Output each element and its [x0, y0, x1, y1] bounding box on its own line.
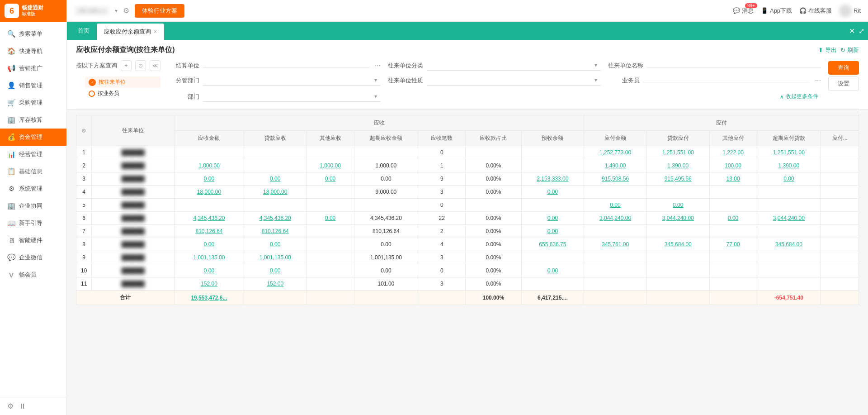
collapse-sidebar-icon[interactable]: ⏸ — [19, 402, 26, 410]
tab-receivable[interactable]: 应收应付余额查询 × — [97, 24, 164, 40]
table-cell[interactable]: 13.00 — [709, 172, 757, 186]
table-cell[interactable]: 0.00 — [521, 225, 584, 238]
table-cell[interactable]: 810,126.64 — [175, 225, 244, 238]
table-cell[interactable]: 3,044,240.00 — [757, 212, 821, 225]
table-cell[interactable]: 4,345,436.20 — [244, 212, 307, 225]
sidebar-item-hardware[interactable]: 🖥 智能硬件 — [0, 232, 66, 249]
table-cell[interactable]: 1,490.00 — [584, 159, 647, 172]
table-cell[interactable]: 1,390.00 — [757, 159, 821, 172]
dept-select[interactable]: ▾ — [203, 91, 381, 102]
sidebar-item-marketing[interactable]: 📢 营销推广 — [0, 60, 66, 77]
solution-button[interactable]: 体验行业方案 — [135, 4, 184, 18]
topbar-gear-icon[interactable]: ⚙ — [123, 6, 129, 15]
notification-item[interactable]: 💬 消息 99+ — [733, 7, 754, 15]
table-cell[interactable]: 0.00 — [521, 264, 584, 277]
sidebar-item-system[interactable]: ⚙ 系统管理 — [0, 180, 66, 197]
table-cell[interactable]: 915,495.56 — [646, 172, 709, 186]
set-button[interactable]: 设置 — [828, 76, 859, 91]
table-cell[interactable]: 152.00 — [244, 277, 307, 291]
table-settings-icon[interactable]: ⚙ — [81, 128, 86, 134]
th-settings[interactable]: ⚙ — [76, 115, 92, 146]
table-cell[interactable]: 0.00 — [757, 172, 821, 186]
query-button[interactable]: 查询 — [828, 61, 859, 75]
tab-close-icon[interactable]: × — [154, 29, 157, 35]
table-cell[interactable]: 4,345,436.20 — [175, 212, 244, 225]
tab-home[interactable]: 首页 — [71, 22, 97, 40]
table-cell[interactable]: 345,684.00 — [646, 238, 709, 251]
table-cell[interactable]: 0.00 — [307, 212, 354, 225]
sidebar-item-base[interactable]: 📋 基础信息 — [0, 163, 66, 180]
table-cell[interactable]: 0.00 — [521, 186, 584, 199]
table-cell[interactable]: 1,251,551.00 — [646, 146, 709, 159]
table-cell[interactable]: 18,000.00 — [244, 186, 307, 199]
table-cell[interactable]: 1,222.00 — [709, 146, 757, 159]
table-cell[interactable]: 1,251,551.00 — [757, 146, 821, 159]
dept-manager-select[interactable]: ▾ — [203, 75, 381, 86]
sidebar-item-quicknav[interactable]: 🏠 快捷导航 — [0, 43, 66, 60]
export-button[interactable]: ⬆ 导出 — [818, 46, 837, 54]
sidebar-item-corp[interactable]: 🏢 企业协同 — [0, 197, 66, 215]
edit-scheme-btn[interactable]: ⊙ — [135, 60, 146, 71]
table-cell[interactable]: 1,390.00 — [646, 159, 709, 172]
tab-close-window-icon[interactable]: ✕ — [849, 27, 855, 35]
sidebar-item-inventory[interactable]: 🏢 库存核算 — [0, 111, 66, 129]
app-download-item[interactable]: 📱 App下载 — [761, 7, 792, 15]
dept-label: 部门 — [168, 93, 199, 101]
table-cell[interactable]: 100.00 — [709, 159, 757, 172]
table-cell[interactable]: 0.00 — [584, 199, 647, 212]
topbar-dropdown-icon[interactable]: ▾ — [115, 8, 118, 14]
add-scheme-btn[interactable]: + — [121, 60, 132, 71]
table-cell[interactable]: 0.00 — [175, 238, 244, 251]
table-cell[interactable]: 0.00 — [244, 264, 307, 277]
user-profile[interactable]: Rit — [839, 5, 861, 17]
sidebar-item-ops[interactable]: 📊 经营管理 — [0, 146, 66, 163]
table-cell[interactable]: 345,684.00 — [757, 238, 821, 251]
sidebar-item-purchase[interactable]: 🛒 采购管理 — [0, 94, 66, 111]
table-cell[interactable]: 1,001,135.00 — [244, 251, 307, 264]
sidebar-item-finance[interactable]: 💰 资金管理 — [0, 129, 66, 146]
filter-option-unit[interactable]: ✓ 按往来单位 — [85, 76, 160, 88]
table-cell[interactable]: 1,001,135.00 — [175, 251, 244, 264]
table-cell[interactable]: 915,508.56 — [584, 172, 647, 186]
table-cell[interactable]: 1,252,773.00 — [584, 146, 647, 159]
unit-nature-select[interactable]: ▾ — [427, 75, 601, 86]
collapse-button[interactable]: ∧ 收起更多条件 — [777, 90, 821, 103]
table-cell[interactable]: 0.00 — [244, 238, 307, 251]
sidebar-item-wechat[interactable]: 💬 企业微信 — [0, 249, 66, 266]
salesman-dots[interactable]: ··· — [815, 76, 821, 85]
table-cell[interactable]: 0.00 — [709, 212, 757, 225]
filter-option-salesman[interactable]: 按业务员 — [85, 88, 160, 99]
online-service-item[interactable]: 🎧 在线客服 — [799, 7, 832, 15]
table-cell[interactable]: 345,761.00 — [584, 238, 647, 251]
table-cell[interactable]: 0.00 — [307, 172, 354, 186]
unit-name-input[interactable] — [647, 63, 821, 67]
table-cell[interactable]: 3,044,240.00 — [646, 212, 709, 225]
table-cell[interactable]: 1,000.00 — [175, 159, 244, 172]
total-receivable-amount[interactable]: 19,553,472,6... — [175, 291, 244, 305]
table-cell[interactable]: 0.00 — [521, 212, 584, 225]
sidebar-item-guide[interactable]: 📖 新手引导 — [0, 215, 66, 232]
sidebar-item-search[interactable]: 🔍 搜索菜单 — [0, 25, 66, 43]
table-cell[interactable]: 2,153,333.00 — [521, 172, 584, 186]
table-cell[interactable]: 0.00 — [646, 199, 709, 212]
collapse-scheme-btn[interactable]: ≪ — [150, 60, 160, 71]
table-cell[interactable]: 0.00 — [175, 264, 244, 277]
refresh-button[interactable]: ↻ 刷新 — [840, 46, 859, 54]
table-cell[interactable]: 77.00 — [709, 238, 757, 251]
table-cell[interactable]: 152.00 — [175, 277, 244, 291]
tab-maximize-icon[interactable]: ⤢ — [859, 27, 864, 35]
table-cell[interactable]: 1,000.00 — [307, 159, 354, 172]
table-cell[interactable]: 810,126.64 — [244, 225, 307, 238]
table-cell[interactable]: 655,636.75 — [521, 238, 584, 251]
table-cell[interactable]: 0.00 — [244, 172, 307, 186]
settings-bottom-icon[interactable]: ⚙ — [7, 402, 14, 410]
salesman-input[interactable] — [643, 78, 810, 82]
sidebar-item-sales[interactable]: 👤 销售管理 — [0, 77, 66, 94]
settlement-unit-input[interactable] — [203, 63, 369, 67]
table-cell[interactable]: 0.00 — [175, 172, 244, 186]
sidebar-item-member[interactable]: V 畅会员 — [0, 266, 66, 283]
settlement-unit-dots[interactable]: ··· — [375, 62, 381, 70]
table-cell[interactable]: 3,044,240.00 — [584, 212, 647, 225]
table-cell[interactable]: 18,000.00 — [175, 186, 244, 199]
unit-category-select[interactable]: ▾ — [427, 60, 601, 71]
